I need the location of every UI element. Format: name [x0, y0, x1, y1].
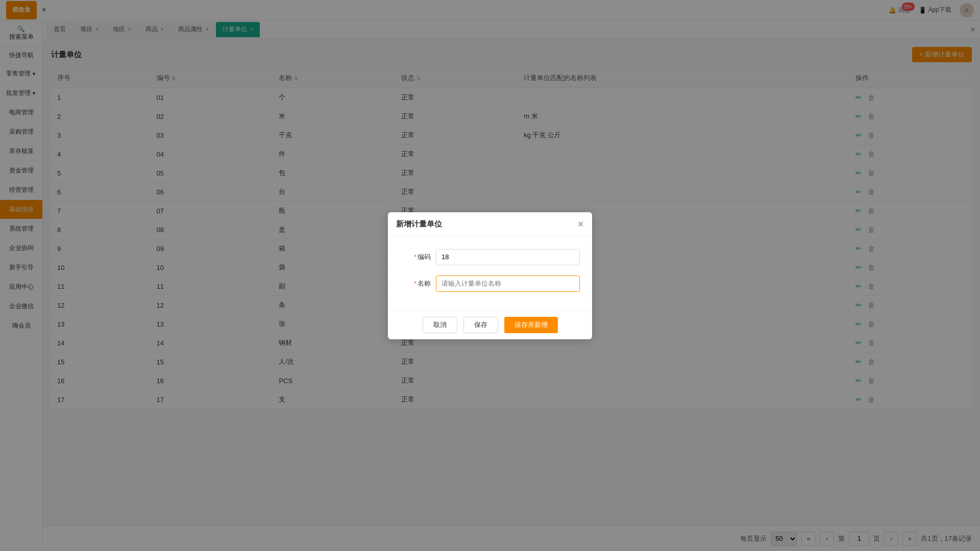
name-input[interactable] — [436, 276, 580, 292]
modal-footer: 取消 保存 保存并新增 — [388, 310, 592, 339]
save-button[interactable]: 保存 — [463, 317, 498, 333]
form-row-code: 编码 — [400, 249, 580, 265]
cancel-button[interactable]: 取消 — [423, 317, 457, 333]
modal-title: 新增计量单位 — [396, 219, 442, 229]
save-new-button[interactable]: 保存并新增 — [504, 317, 558, 333]
form-row-name: 名称 — [400, 276, 580, 292]
modal-body: 编码 名称 — [388, 237, 592, 310]
modal-close-btn[interactable]: ✕ — [577, 219, 584, 229]
modal-header: 新增计量单位 ✕ — [388, 212, 592, 237]
code-input[interactable] — [436, 249, 580, 265]
name-label: 名称 — [400, 279, 431, 288]
modal-overlay: 新增计量单位 ✕ 编码 名称 取消 保存 保存并新增 — [0, 0, 980, 551]
modal-box: 新增计量单位 ✕ 编码 名称 取消 保存 保存并新增 — [388, 212, 592, 339]
code-label: 编码 — [400, 253, 431, 262]
